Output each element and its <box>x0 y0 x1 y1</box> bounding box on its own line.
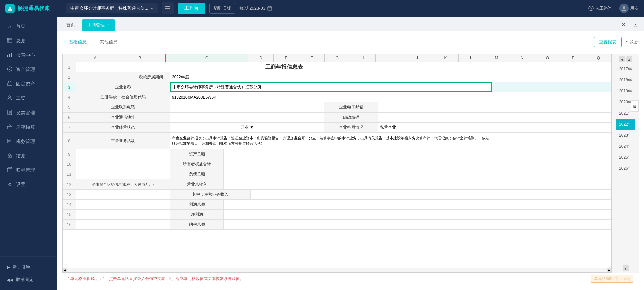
scroll-right-icon[interactable]: ▶ <box>607 268 611 273</box>
company-settings-icon[interactable] <box>162 2 174 14</box>
sidebar-item-wages[interactable]: 工资 <box>0 91 57 105</box>
year-item-2022[interactable]: 2022年 <box>616 119 635 130</box>
row-num-8: 8 <box>63 133 76 149</box>
period-selector[interactable]: 账期 2023-03 <box>239 5 272 11</box>
sidebar-item-invoice[interactable]: 发票管理 <box>0 105 57 120</box>
status-tip: * 单元格编辑说明：1、点击单元格直接录入数值或文本。2、清空单元格数值或文本恢… <box>68 276 244 282</box>
cell-6-postal[interactable] <box>378 113 492 122</box>
cell-13-value[interactable] <box>251 190 492 199</box>
sidebar-item-ledger[interactable]: 总账 <box>0 33 57 48</box>
company-selector[interactable]: 中审众环会计师事务所（特殊普通合伙... ▼ <box>66 3 158 13</box>
company-name: 中审众环会计师事务所（特殊普通合伙... <box>70 5 148 11</box>
cell-5-phone[interactable] <box>170 102 324 112</box>
reset-report-button[interactable]: 重置报表 <box>594 37 622 47</box>
close-window-icon[interactable]: ✕ <box>619 20 628 29</box>
scroll-track[interactable] <box>67 268 607 273</box>
cell-5-email[interactable] <box>378 102 492 112</box>
scroll-left-icon[interactable]: ◀ <box>63 268 67 273</box>
collapse-down-icon[interactable]: ▼ <box>623 265 629 271</box>
cell-11-label: 负债总额 <box>170 169 224 179</box>
col-header-E: E <box>274 54 299 62</box>
tab-home[interactable]: 首页 <box>61 19 80 31</box>
cell-7-holding[interactable]: 私营企业 <box>378 123 492 132</box>
cell-12-group-label: 企业资产状况信息(币种：人民币万元) <box>76 179 170 189</box>
collapse-left-icon[interactable]: ◀ <box>619 56 625 62</box>
sidebar-item-settings[interactable]: ⚙ 设置 <box>0 177 57 192</box>
cell-16-value[interactable] <box>224 220 492 229</box>
inventory-icon <box>7 124 13 130</box>
table-row: 4 注册号/统一社会信用代码 91320100MA208E5W6K <box>63 92 611 102</box>
rit-label[interactable]: Rit <box>631 100 639 112</box>
sidebar-item-tax[interactable]: 税务管理 <box>0 134 57 149</box>
table-row: 1 工商年报信息表 <box>63 62 611 72</box>
tab-close-icon[interactable]: × <box>107 23 110 27</box>
cell-4-value[interactable]: 91320100MA208E5W6K <box>170 92 492 102</box>
cell-1-title[interactable]: 工商年报信息表 <box>76 62 492 72</box>
col-header-M: M <box>484 54 509 62</box>
svg-text:¥: ¥ <box>8 68 11 71</box>
col-header-G: G <box>325 54 350 62</box>
cell-7-label: 企业经营状态 <box>76 123 170 132</box>
cell-14-a <box>76 200 170 209</box>
col-header-L: L <box>459 54 484 62</box>
sidebar: ⌂ 首页 总账 报表中心 ¥ 资金管理 <box>0 17 57 290</box>
cell-6-address[interactable] <box>170 113 324 122</box>
svg-rect-10 <box>7 38 12 42</box>
year-item-2019[interactable]: 2019年 <box>616 86 635 97</box>
cell-3-value[interactable]: 中审众环会计师事务所（特殊普通合伙）江苏分所 <box>170 82 492 92</box>
expand-window-icon[interactable]: ⊡ <box>631 20 640 29</box>
cell-11-value[interactable] <box>224 169 492 179</box>
sidebar-item-home[interactable]: ⌂ 首页 <box>0 19 57 33</box>
sidebar-item-inventory[interactable]: 库存核算 <box>0 120 57 134</box>
year-item-2017[interactable]: 2017年 <box>616 64 635 75</box>
sheet-body[interactable]: 1 工商年报信息表 2 税款所属期间： 2022年度 3 企业名称 <box>63 62 611 268</box>
sidebar-label-invoice: 发票管理 <box>16 110 35 116</box>
help-button[interactable]: ? 人工咨询 <box>588 5 612 11</box>
cell-7-status[interactable]: 开业 ▼ <box>170 123 324 132</box>
cell-8-value[interactable]: 审查企业会计报表；出具审计报告；验证企业资本；出具验资报告；办理企业合开、分立、… <box>170 133 492 149</box>
tab-bar: 首页 工商管理 × ✕ ⊡ <box>57 17 644 31</box>
svg-rect-13 <box>7 55 8 57</box>
row-num-9: 9 <box>63 149 76 159</box>
invoice-icon <box>7 110 13 116</box>
sub-tab-basic[interactable]: 基础信息 <box>62 36 93 48</box>
svg-rect-2 <box>165 10 170 10</box>
row-num-4: 4 <box>63 92 76 102</box>
workbench-button[interactable]: 工作台 <box>178 3 205 14</box>
sidebar-item-reports[interactable]: 报表中心 <box>0 48 57 62</box>
sidebar-item-closing[interactable]: 结账 <box>0 149 57 163</box>
horizontal-scrollbar[interactable]: ◀ ▶ <box>63 268 611 272</box>
year-item-2025[interactable]: 2025年 <box>616 152 635 163</box>
year-item-2023[interactable]: 2023年 <box>616 130 635 141</box>
video-icon: ▶ <box>7 265 10 270</box>
col-header-F: F <box>299 54 325 62</box>
year-item-2018[interactable]: 2018年 <box>616 75 635 86</box>
cell-10-value[interactable] <box>224 159 492 169</box>
tab-active[interactable]: 工商管理 × <box>82 19 115 31</box>
col-header-P: P <box>560 54 586 62</box>
year-item-2026[interactable]: 2026年 <box>616 163 635 174</box>
cell-15-value[interactable] <box>224 210 492 219</box>
table-row: 6 企业通信地址 邮政编码 <box>63 113 611 123</box>
unpin-label: 取消固定 <box>16 277 34 283</box>
sidebar-item-finance[interactable]: ¥ 资金管理 <box>0 62 57 77</box>
table-row: 11 负债总额 <box>63 169 611 179</box>
cell-12-value[interactable] <box>224 179 492 189</box>
new-user-guide[interactable]: ▶ 新手引导 <box>0 261 57 273</box>
sidebar-item-archive[interactable]: 归档管理 <box>0 163 57 177</box>
collapse-up-icon[interactable]: ▲ <box>626 56 632 62</box>
topbar: 畅捷通易代账 中审众环会计师事务所（特殊普通合伙... ▼ 工作台 切到旧版 账… <box>0 0 644 17</box>
refresh-button[interactable]: ↻ 刷新 <box>625 39 639 45</box>
cell-14-label: 利润总额 <box>170 200 224 209</box>
sidebar-item-assets[interactable]: 固定资产 <box>0 77 57 91</box>
col-header-K: K <box>433 54 459 62</box>
year-item-2024[interactable]: 2024年 <box>616 141 635 152</box>
cell-9-value[interactable] <box>224 149 492 159</box>
user-menu[interactable]: 用友 <box>619 4 639 13</box>
unpin-button[interactable]: ◀◀ 取消固定 <box>0 273 57 286</box>
sub-tab-other[interactable]: 其他信息 <box>93 36 124 48</box>
status-bar: * 单元格编辑说明：1、点击单元格直接录入数值或文本。2、清空单元格数值或文本恢… <box>62 273 639 285</box>
cell-2-value[interactable]: 2022年度 <box>170 72 492 82</box>
old-version-button[interactable]: 切到旧版 <box>209 3 235 14</box>
cell-14-value[interactable] <box>224 200 492 209</box>
